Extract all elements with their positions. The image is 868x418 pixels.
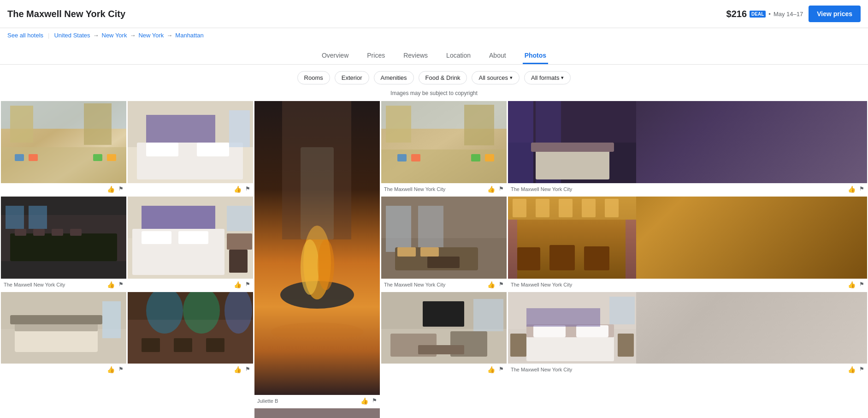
page-header: The Maxwell New York City $216 DEAL • Ma… — [0, 0, 868, 28]
page-title: The Maxwell New York City — [7, 9, 125, 19]
breadcrumb-country[interactable]: United States — [54, 32, 90, 39]
breadcrumb-neighborhood[interactable]: Manhattan — [175, 32, 203, 39]
flag-icon-4-2[interactable]: ⚑ — [499, 281, 504, 288]
breadcrumb-state[interactable]: New York — [102, 32, 127, 39]
photo-svg-lobby — [381, 197, 507, 279]
breadcrumb-city[interactable]: New York — [138, 32, 164, 39]
photo-conf-1[interactable] — [1, 197, 126, 279]
date-separator: • — [768, 11, 771, 18]
svg-point-52 — [301, 239, 319, 295]
photo-suite-1[interactable] — [381, 292, 507, 364]
svg-rect-15 — [70, 229, 82, 236]
flag-icon-5-2[interactable]: ⚑ — [859, 281, 864, 288]
thumbs-up-icon-2-2[interactable]: 👍 — [234, 281, 242, 288]
tab-prices[interactable]: Prices — [365, 48, 387, 64]
filter-all-formats[interactable]: All formats — [524, 71, 571, 84]
photo-room-2[interactable] — [128, 197, 253, 279]
svg-rect-28 — [146, 143, 178, 156]
breadcrumb-see-all[interactable]: See all hotels — [7, 32, 43, 39]
thumbs-up-icon-5-1[interactable]: 👍 — [848, 185, 856, 193]
thumbs-up-icon-2[interactable]: 👍 — [107, 281, 115, 288]
photo-exterior-2[interactable] — [381, 101, 507, 183]
photo-source-fire: Juliette B — [257, 398, 278, 404]
svg-rect-93 — [536, 199, 549, 217]
price-amount: $216 — [726, 9, 747, 19]
photo-room-bottom-1[interactable] — [1, 292, 126, 364]
filter-food-drink[interactable]: Food & Drink — [419, 71, 467, 84]
svg-rect-107 — [576, 325, 608, 337]
view-prices-button[interactable]: View prices — [809, 6, 861, 22]
svg-rect-3 — [84, 103, 112, 145]
tab-location[interactable]: Location — [444, 48, 472, 64]
filter-all-sources[interactable]: All sources — [472, 71, 520, 84]
flag-icon-2[interactable]: ⚑ — [118, 281, 124, 288]
thumbs-up-icon-4-1[interactable]: 👍 — [487, 185, 495, 193]
photo-exterior-1[interactable] — [1, 101, 126, 183]
photo-svg-exterior-1 — [1, 101, 126, 183]
deal-badge: DEAL — [750, 11, 766, 18]
thumbs-up-icon-bar[interactable]: 👍 — [234, 366, 242, 373]
thumbs-up-icon-bright[interactable]: 👍 — [848, 366, 856, 373]
thumbs-up-icon-fire[interactable]: 👍 — [360, 397, 368, 405]
flag-icon-suite[interactable]: ⚑ — [499, 366, 504, 373]
flag-icon[interactable]: ⚑ — [118, 185, 124, 193]
photo-bar-1[interactable] — [128, 292, 253, 364]
flag-icon-2-2[interactable]: ⚑ — [245, 281, 250, 288]
photo-svg-room-2 — [128, 197, 253, 279]
svg-rect-46 — [174, 338, 192, 352]
svg-rect-4 — [1, 147, 126, 183]
photo-restaurant-1[interactable] — [508, 197, 867, 279]
tab-about[interactable]: About — [487, 48, 508, 64]
photo-cell-lobby-1: The Maxwell New York City 👍 ⚑ — [381, 197, 507, 291]
col-4: The Maxwell New York City 👍 ⚑ — [381, 101, 507, 418]
flag-icon-4-1[interactable]: ⚑ — [499, 185, 504, 193]
photo-footer-1-2: The Maxwell New York City 👍 ⚑ — [1, 279, 126, 291]
svg-rect-110 — [618, 334, 634, 357]
flag-icon-2-1[interactable]: ⚑ — [245, 185, 250, 193]
svg-rect-57 — [254, 408, 380, 418]
photo-footer-bright: The Maxwell New York City 👍 ⚑ — [508, 364, 867, 376]
photo-svg-room2-1 — [508, 101, 636, 183]
svg-rect-89 — [531, 143, 614, 152]
tab-photos[interactable]: Photos — [523, 48, 548, 64]
thumbs-up-icon-suite[interactable]: 👍 — [487, 366, 495, 373]
photo-svg-ext2 — [381, 101, 507, 183]
thumbs-up-icon[interactable]: 👍 — [107, 185, 115, 193]
photo-actions-4-1: 👍 ⚑ — [487, 185, 504, 193]
photo-bright-room[interactable] — [508, 292, 867, 364]
tab-reviews[interactable]: Reviews — [402, 48, 430, 64]
photo-svg-bright — [508, 292, 636, 364]
thumbs-up-icon-4-2[interactable]: 👍 — [487, 281, 495, 288]
flag-icon-bright[interactable]: ⚑ — [859, 366, 864, 373]
svg-rect-11 — [10, 233, 117, 261]
photo-grid: 👍 ⚑ — [0, 101, 868, 418]
photo-gray-1[interactable] — [254, 408, 380, 418]
svg-rect-2 — [10, 106, 33, 143]
breadcrumb-pipe: | — [48, 32, 49, 39]
svg-rect-75 — [397, 247, 416, 257]
svg-rect-33 — [142, 206, 215, 229]
thumbs-up-icon-5-2[interactable]: 👍 — [848, 281, 856, 288]
thumbs-up-icon-2-1[interactable]: 👍 — [234, 185, 242, 193]
photo-room-1[interactable] — [128, 101, 253, 183]
photo-cell-room2-1: The Maxwell New York City 👍 ⚑ — [508, 101, 867, 195]
filter-rooms[interactable]: Rooms — [297, 71, 330, 84]
svg-rect-30 — [229, 110, 250, 147]
photo-fire-large[interactable] — [254, 101, 380, 395]
filter-exterior[interactable]: Exterior — [335, 71, 369, 84]
flag-icon-rb1[interactable]: ⚑ — [118, 366, 124, 373]
filter-amenities[interactable]: Amenities — [374, 71, 414, 84]
photo-svg-bar — [128, 292, 253, 364]
tab-overview[interactable]: Overview — [320, 48, 350, 64]
svg-rect-8 — [107, 154, 116, 161]
photo-lobby-1[interactable] — [381, 197, 507, 279]
flag-icon-bar[interactable]: ⚑ — [245, 366, 250, 373]
photo-room2-1[interactable] — [508, 101, 867, 183]
thumbs-up-icon-rb1[interactable]: 👍 — [107, 366, 115, 373]
flag-icon-5-1[interactable]: ⚑ — [859, 185, 864, 193]
flag-icon-fire[interactable]: ⚑ — [372, 397, 377, 405]
svg-rect-26 — [146, 115, 215, 143]
header-right: $216 DEAL • May 14–17 View prices — [726, 6, 861, 22]
svg-rect-74 — [427, 257, 460, 268]
photo-footer-5-2: The Maxwell New York City 👍 ⚑ — [508, 279, 867, 291]
